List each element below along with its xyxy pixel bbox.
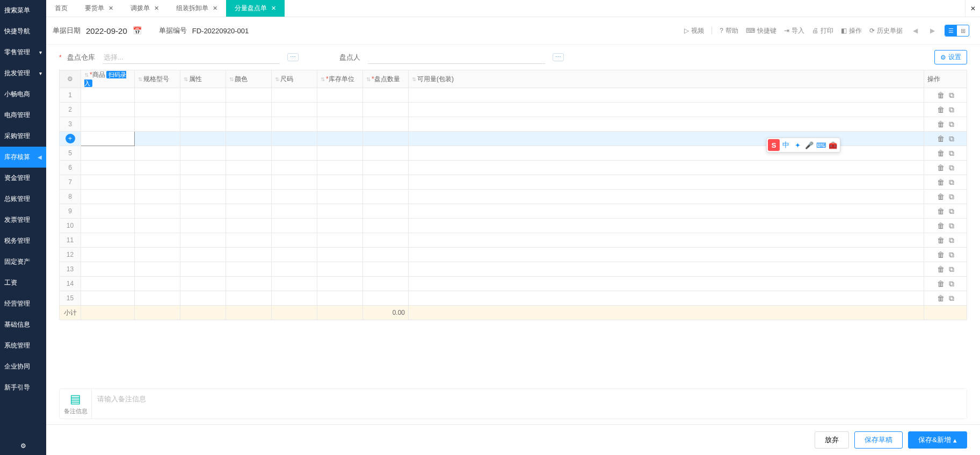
copy-row-icon[interactable]: ⧉ [949,149,954,157]
view-mode-toggle[interactable]: ☰ ⊞ [945,25,969,37]
sidebar-item-7[interactable]: 库存核算◀ [0,147,46,168]
delete-row-icon[interactable]: 🗑 [937,236,945,244]
delete-row-icon[interactable]: 🗑 [937,105,945,114]
col-attribute[interactable]: ⇅属性 [180,70,226,88]
table-row[interactable]: 10🗑⧉ [60,219,967,233]
delete-row-icon[interactable]: 🗑 [937,178,945,186]
copy-row-icon[interactable]: ⧉ [949,294,954,302]
tab-3[interactable]: 组装拆卸单✕ [168,0,226,17]
close-icon[interactable]: ✕ [108,5,113,12]
sidebar-item-2[interactable]: 零售管理▾ [0,42,46,63]
table-row[interactable]: 2🗑⧉ [60,103,967,117]
list-view-icon[interactable]: ☰ [945,25,957,36]
delete-row-icon[interactable]: 🗑 [937,192,945,201]
close-icon[interactable]: ✕ [154,5,159,12]
sidebar-item-10[interactable]: 发票管理 [0,210,46,230]
video-button[interactable]: ▷ 视频 [684,26,704,35]
delete-row-icon[interactable]: 🗑 [937,279,945,288]
sidebar-item-4[interactable]: 小畅电商 [0,84,46,105]
detail-view-icon[interactable]: ⊞ [957,25,969,36]
save-and-new-button[interactable]: 保存&新增 ▴ [908,431,967,449]
delete-row-icon[interactable]: 🗑 [937,149,945,157]
sidebar-item-13[interactable]: 工资 [0,272,46,293]
delete-row-icon[interactable]: 🗑 [937,294,945,302]
sidebar-item-1[interactable]: 快捷导航 [0,21,46,42]
copy-row-icon[interactable]: ⧉ [949,134,954,143]
settings-button[interactable]: ⚙ 设置 [934,50,967,64]
warehouse-input[interactable] [103,51,280,64]
print-button[interactable]: 🖨 打印 [812,26,833,35]
table-row[interactable]: 11🗑⧉ [60,233,967,248]
table-row[interactable]: 6🗑⧉ [60,161,967,175]
tab-2[interactable]: 调拨单✕ [122,0,168,17]
col-color[interactable]: ⇅颜色 [226,70,272,88]
col-spec[interactable]: ⇅规格型号 [135,70,180,88]
copy-row-icon[interactable]: ⧉ [949,163,954,172]
sidebar-item-9[interactable]: 总账管理 [0,189,46,210]
col-product[interactable]: ⇅*商品扫码录入 [81,70,135,88]
table-row[interactable]: 3🗑⧉ [60,117,967,132]
ime-lang-button[interactable]: 中 [780,139,792,151]
ime-toolbox-icon[interactable]: 🧰 [827,139,839,151]
sidebar-item-14[interactable]: 经营管理 [0,293,46,314]
sidebar-item-16[interactable]: 系统管理 [0,335,46,356]
sidebar-item-8[interactable]: 资金管理 [0,168,46,189]
col-available[interactable]: ⇅可用量(包装) [409,70,924,88]
col-size[interactable]: ⇅尺码 [272,70,317,88]
copy-row-icon[interactable]: ⧉ [949,178,954,186]
copy-row-icon[interactable]: ⧉ [949,105,954,114]
copy-row-icon[interactable]: ⧉ [949,91,954,99]
table-row[interactable]: 1🗑⧉ [60,88,967,103]
sidebar-item-5[interactable]: 电商管理 [0,105,46,126]
copy-row-icon[interactable]: ⧉ [949,192,954,201]
sidebar-item-11[interactable]: 税务管理 [0,230,46,251]
copy-row-icon[interactable]: ⧉ [949,207,954,215]
ime-punct-icon[interactable]: ✦ [792,139,803,151]
delete-row-icon[interactable]: 🗑 [937,120,945,128]
close-all-tabs-button[interactable]: ✕ [965,0,980,17]
copy-row-icon[interactable]: ⧉ [949,279,954,288]
ime-voice-icon[interactable]: 🎤 [803,139,815,151]
delete-row-icon[interactable]: 🗑 [937,163,945,172]
delete-row-icon[interactable]: 🗑 [937,265,945,273]
delete-row-icon[interactable]: 🗑 [937,134,945,143]
sidebar-item-15[interactable]: 基础信息 [0,314,46,335]
sidebar-item-17[interactable]: 企业协同 [0,356,46,377]
next-document-button[interactable]: ▶ [927,26,937,35]
table-row[interactable]: 12🗑⧉ [60,248,967,262]
copy-row-icon[interactable]: ⧉ [949,250,954,259]
tab-4[interactable]: 分量盘点单✕ [226,0,285,17]
product-cell-input[interactable] [84,132,131,146]
col-unit[interactable]: ⇅*库存单位 [317,70,363,88]
save-draft-button[interactable]: 保存草稿 [854,431,903,449]
table-row[interactable]: 14🗑⧉ [60,277,967,291]
counter-input[interactable] [368,51,545,64]
close-icon[interactable]: ✕ [271,5,276,12]
history-button[interactable]: ⟳ 历史单据 [869,26,903,35]
table-row[interactable]: 8🗑⧉ [60,190,967,204]
sogou-ime-icon[interactable]: S [768,139,780,151]
copy-row-icon[interactable]: ⧉ [949,236,954,244]
sidebar-item-0[interactable]: 搜索菜单 [0,0,46,21]
col-qty[interactable]: ⇅*盘点数量 [363,70,409,88]
sidebar-item-6[interactable]: 采购管理 [0,126,46,147]
ime-toolbar[interactable]: S 中 ✦ 🎤 ⌨ 🧰 [766,138,840,153]
table-row[interactable]: 7🗑⧉ [60,175,967,190]
calendar-icon[interactable]: 📅 [133,26,142,35]
sidebar-item-3[interactable]: 批发管理▾ [0,63,46,84]
sidebar-settings-button[interactable]: ⚙ [0,437,46,455]
table-row[interactable]: 9🗑⧉ [60,204,967,219]
close-icon[interactable]: ✕ [213,5,217,12]
memo-input[interactable] [92,389,967,418]
ime-keyboard-icon[interactable]: ⌨ [815,139,827,151]
delete-row-icon[interactable]: 🗑 [937,207,945,215]
table-row[interactable]: 13🗑⧉ [60,262,967,277]
discard-button[interactable]: 放弃 [815,431,849,449]
copy-row-icon[interactable]: ⧉ [949,221,954,230]
shortcut-button[interactable]: ⌨ 快捷键 [746,26,776,35]
help-button[interactable]: ? 帮助 [720,26,738,35]
tab-0[interactable]: 首页 [46,0,76,17]
table-row[interactable]: 15🗑⧉ [60,291,967,306]
copy-row-icon[interactable]: ⧉ [949,265,954,273]
sidebar-item-18[interactable]: 新手引导 [0,377,46,398]
